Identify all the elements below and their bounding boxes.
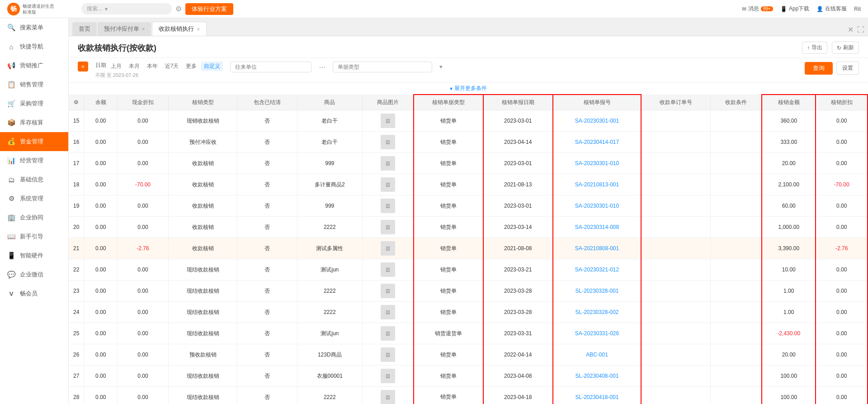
bill-report-no-link[interactable]: SA-20230301-010 <box>575 203 619 209</box>
sidebar-item-inventory[interactable]: 📦 库存核算 <box>0 113 68 132</box>
cell-bill-report-no[interactable]: SA-20230314-008 <box>553 217 642 238</box>
bill-report-no-link[interactable]: SL-20230328-001 <box>575 288 618 294</box>
counterparty-input[interactable] <box>230 62 311 72</box>
sidebar-item-system[interactable]: ⚙ 系统管理 <box>0 189 68 208</box>
bill-report-no-link[interactable]: SA-20230414-017 <box>575 139 619 145</box>
table-header-row: ⚙ 余额 现金折扣 核销类型 包含已结清 商品 商品图片 核销单据类型 核销单报… <box>69 95 868 110</box>
date-btn-last-month[interactable]: 上月 <box>108 62 124 71</box>
cell-goods-img: 🖼 <box>362 195 414 217</box>
cell-writeoff-amount: 1,000.00 <box>762 217 816 238</box>
cell-writeoff-amount: 360.00 <box>762 110 816 132</box>
cell-bill-report-no[interactable]: SL-20230328-001 <box>553 280 642 302</box>
date-btn-this-month[interactable]: 本月 <box>126 62 142 71</box>
tab-prepay[interactable]: 预付冲应付单 × <box>98 22 151 36</box>
cell-cash-discount: -70.00 <box>118 174 169 195</box>
bill-report-no-link[interactable]: SA-20230331-026 <box>575 330 619 337</box>
cell-bill-report-no[interactable]: SA-20230301-010 <box>553 195 642 217</box>
cell-bill-report-no[interactable]: SA-20230414-017 <box>553 132 642 153</box>
tab-receipt-writeoff[interactable]: 收款核销执行 × <box>152 22 206 36</box>
cell-bill-report-no[interactable]: SA-20230321-012 <box>553 259 642 280</box>
sidebar-item-basic-info[interactable]: 🗂 基础信息 <box>0 170 68 189</box>
sidebar-item-smart-hw[interactable]: 📱 智能硬件 <box>0 246 68 265</box>
tab-expand-icon[interactable]: ⛶ <box>857 26 864 34</box>
cell-receipt-condition <box>710 280 762 302</box>
bill-report-no-link[interactable]: SL-20230418-001 <box>575 394 618 400</box>
sidebar-item-enterprise[interactable]: 🏢 企业协同 <box>0 208 68 227</box>
cell-bill-report-no[interactable]: ABC-001 <box>553 344 642 366</box>
cell-cash-discount: 0.00 <box>118 344 169 366</box>
setting-btn[interactable]: 设置 <box>836 62 859 75</box>
user-area[interactable]: Rit <box>854 6 861 12</box>
date-btn-custom[interactable]: 自定义 <box>201 62 223 71</box>
cell-bill-report-no[interactable]: SL-20230328-002 <box>553 302 642 323</box>
refresh-btn[interactable]: ↻ 刷新 <box>832 42 859 54</box>
sidebar-item-vip[interactable]: V 畅会员 <box>0 284 68 303</box>
sidebar-item-purchase[interactable]: 🛒 采购管理 <box>0 94 68 113</box>
bill-report-no-link[interactable]: SA-20230301-010 <box>575 160 619 166</box>
table-row: 19 0.00 0.00 收款核销 否 999 🖼 销货单 2023-03-01… <box>69 195 868 217</box>
cell-writeoff-type: 预付冲应收 <box>169 132 237 153</box>
cell-bill-report-no[interactable]: SL-20230408-001 <box>553 366 642 387</box>
cell-writeoff-discount: 0.00 <box>816 217 868 238</box>
cell-goods: 测试jun <box>297 259 362 280</box>
cell-bill-report-no[interactable]: SA-20230301-010 <box>553 153 642 174</box>
date-btn-7days[interactable]: 近7天 <box>162 62 182 71</box>
cell-receipt-order-no <box>641 174 710 195</box>
cell-writeoff-type: 收款核销 <box>169 195 237 217</box>
col-settings[interactable]: ⚙ <box>69 95 84 110</box>
cell-bill-report-no[interactable]: SA-20230301-001 <box>553 110 642 132</box>
bill-report-no-link[interactable]: SL-20230408-001 <box>575 373 618 379</box>
bill-report-no-link[interactable]: SA-20230321-012 <box>575 266 619 273</box>
cell-bill-report-no[interactable]: SA-20210813-001 <box>553 174 642 195</box>
sidebar-item-quick-nav[interactable]: ⌂ 快捷导航 <box>0 37 68 56</box>
sidebar-item-guide[interactable]: 📖 新手引导 <box>0 227 68 246</box>
expand-icon: ▾ <box>450 86 453 92</box>
tab-receipt-writeoff-label: 收款核销执行 <box>159 25 194 33</box>
app-download-btn[interactable]: 📱 App下载 <box>780 5 809 13</box>
date-btn-this-year[interactable]: 本年 <box>144 62 160 71</box>
bill-report-no-link[interactable]: SA-20210808-001 <box>575 245 619 252</box>
bill-report-no-link[interactable]: SA-20230301-001 <box>575 118 619 124</box>
messages-btn[interactable]: ✉ 消息 99+ <box>742 5 773 13</box>
online-service-btn[interactable]: 👤 在线客服 <box>816 5 847 13</box>
col-writeoff-discount: 核销折扣 <box>816 95 868 110</box>
app-download-label: App下载 <box>789 5 809 13</box>
cell-goods: 2222 <box>297 280 362 302</box>
sidebar-item-finance[interactable]: 💰 资金管理 <box>0 132 68 151</box>
tab-prepay-close[interactable]: × <box>142 26 145 32</box>
cell-id: 17 <box>69 153 84 174</box>
cell-goods: 2222 <box>297 387 362 404</box>
logo-text: 畅捷通道好生意 标准版 <box>23 3 54 15</box>
expand-conditions-btn[interactable]: ▾ 展开更多条件 <box>450 85 487 92</box>
cell-bill-report-type: 销货单 <box>414 302 483 323</box>
bill-report-no-link[interactable]: SL-20230328-002 <box>575 309 618 315</box>
sidebar-item-sales[interactable]: 📋 销售管理 <box>0 75 68 94</box>
cell-receipt-order-no <box>641 217 710 238</box>
cell-id: 26 <box>69 344 84 366</box>
export-btn[interactable]: ↑ 导出 <box>802 42 827 54</box>
industry-btn[interactable]: 体验行业方案 <box>185 3 233 15</box>
cell-bill-report-no[interactable]: SA-20210808-001 <box>553 238 642 259</box>
cell-bill-report-no[interactable]: SL-20230418-001 <box>553 387 642 404</box>
sidebar-item-wechat[interactable]: 💬 企业微信 <box>0 265 68 284</box>
purchase-icon: 🛒 <box>7 100 15 108</box>
filter-arrow-btn[interactable]: » <box>78 62 88 71</box>
messages-label: 消息 <box>748 5 759 13</box>
cell-bill-report-type: 销货单 <box>414 259 483 280</box>
sidebar-item-search-menu[interactable]: 🔍 搜索菜单 <box>0 18 68 37</box>
bill-report-no-link[interactable]: SA-20230314-008 <box>575 224 619 230</box>
sidebar-item-operations[interactable]: 📊 经营管理 <box>0 151 68 170</box>
gear-icon-top[interactable]: ⚙ <box>175 5 182 13</box>
query-btn[interactable]: 查询 <box>805 62 833 75</box>
bill-report-no-link[interactable]: SA-20210813-001 <box>575 181 619 188</box>
tab-close-window-icon[interactable]: ✕ <box>848 25 854 34</box>
cell-id: 25 <box>69 323 84 344</box>
cell-bill-report-no[interactable]: SA-20230331-026 <box>553 323 642 344</box>
tab-receipt-writeoff-close[interactable]: × <box>197 26 199 32</box>
bill-report-no-link[interactable]: ABC-001 <box>586 352 608 358</box>
cell-remainder: 0.00 <box>84 153 118 174</box>
sidebar-item-marketing[interactable]: 📢 营销推广 <box>0 56 68 75</box>
tab-home[interactable]: 首页 <box>72 22 97 36</box>
date-btn-more[interactable]: 更多 <box>183 62 199 71</box>
bill-type-input[interactable] <box>333 62 432 72</box>
